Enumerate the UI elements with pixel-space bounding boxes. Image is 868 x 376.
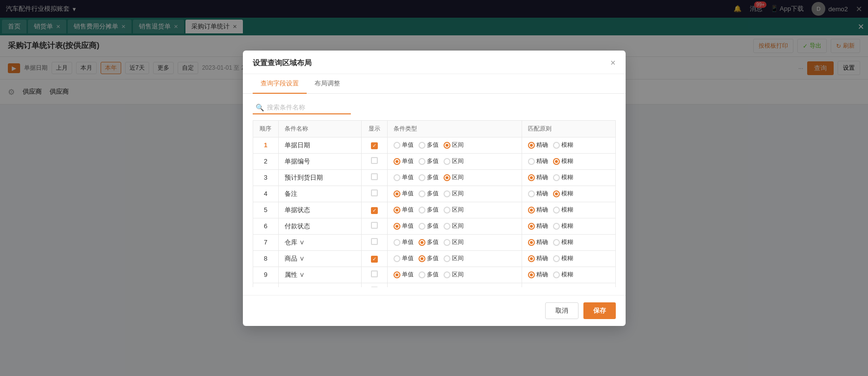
condition-search-input[interactable] — [267, 104, 345, 105]
search-icon: 🔍 — [256, 104, 264, 105]
modal-tabs: 查询字段设置 布局调整 — [243, 74, 626, 94]
tab-layout-adjust[interactable]: 布局调整 — [307, 74, 348, 94]
modal-dialog: 设置查询区域布局 × 查询字段设置 布局调整 🔍 — [243, 51, 626, 105]
modal-header: 设置查询区域布局 × — [243, 51, 626, 74]
modal-close-button[interactable]: × — [610, 58, 616, 67]
condition-search-box: 🔍 — [253, 102, 351, 105]
modal-title: 设置查询区域布局 — [253, 58, 312, 68]
modal-overlay: 设置查询区域布局 × 查询字段设置 布局调整 🔍 — [0, 0, 868, 105]
tab-query-settings[interactable]: 查询字段设置 — [253, 74, 307, 94]
modal-body: 🔍 顺序 条件名称 显示 条件类型 匹配原则 — [243, 94, 626, 105]
